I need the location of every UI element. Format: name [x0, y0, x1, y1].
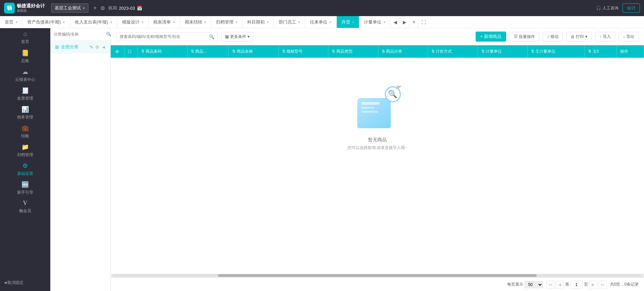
tab-home-close[interactable]: ×: [15, 20, 17, 24]
tab-template[interactable]: 模版设计 ×: [117, 16, 149, 28]
per-page-select[interactable]: 50 100 200: [525, 281, 543, 288]
period-label: 账期: [108, 5, 117, 11]
cancel-fixed-button[interactable]: ◄取消固定: [3, 278, 47, 288]
service-button[interactable]: 🎧 人工咨询: [596, 5, 619, 11]
sidebar-item-guide[interactable]: 🆕 新手引导: [0, 179, 50, 197]
workspace-selector[interactable]: 基层工会测试 ▾: [51, 3, 89, 13]
category-edit-icon[interactable]: ✎: [90, 45, 93, 50]
search-icon[interactable]: 🔍: [209, 34, 214, 39]
sidebar-guide-label: 新手引导: [17, 190, 33, 195]
tab-archive-close[interactable]: ×: [235, 20, 237, 24]
tab-expand-button[interactable]: ⛶: [419, 16, 428, 28]
th-main-unit[interactable]: ⇅ 主计量单位: [528, 45, 585, 58]
top-header: 畅 畅捷通好会计 旗舰版 基层工会测试 ▾ + ⚙ 账期 2023-03 📅 🎧…: [0, 0, 644, 16]
tab-unit-label: 计量单位: [364, 19, 381, 25]
toolbar: 🔍 ▦ 更多条件 ▾ + 新增商品 ☰ 批量操作: [111, 28, 644, 45]
tab-tax[interactable]: 税表清单 ×: [149, 16, 180, 28]
last-page-button[interactable]: ⏭: [599, 281, 607, 289]
period-info: 账期 2023-03 📅: [108, 5, 143, 11]
guide-icon: 🆕: [21, 181, 29, 188]
sidebar-item-member[interactable]: V 畅会员: [0, 197, 50, 216]
tab-subject-init[interactable]: 科目期初 ×: [243, 16, 274, 28]
import-button[interactable]: ↑ 导入: [595, 32, 615, 42]
th-spec[interactable]: ⇅ 规格型号: [278, 45, 328, 58]
more-conditions-button[interactable]: ▦ 更多条件 ▾: [221, 32, 253, 42]
tab-dept-staff-close[interactable]: ×: [298, 20, 300, 24]
add-workspace-button[interactable]: +: [93, 5, 97, 12]
next-page-button[interactable]: ▶: [589, 281, 597, 289]
th-name-label: ⇅ 商品名称: [232, 49, 253, 54]
tab-dept-staff[interactable]: 部门员工 ×: [274, 16, 305, 28]
sidebar-item-archive[interactable]: 📁 归档管理: [0, 141, 50, 160]
tab-period-end-close[interactable]: ×: [204, 20, 206, 24]
tab-income[interactable]: 收入支出表(年报) ×: [70, 16, 117, 28]
empty-row: 🔍: [111, 58, 644, 178]
tab-inventory[interactable]: 存货 ×: [337, 16, 359, 28]
tab-subject-init-close[interactable]: ×: [267, 20, 269, 24]
th-barcode[interactable]: ⇅ 商品条码: [138, 45, 187, 58]
tab-income-close[interactable]: ×: [110, 20, 112, 24]
tab-unit[interactable]: 计量单位 ×: [359, 16, 390, 28]
tab-inventory-close[interactable]: ×: [352, 20, 354, 24]
sidebar-ledger-label: 总账: [21, 58, 29, 64]
th-main-unit-label: ⇅ 主计量单位: [531, 49, 555, 54]
tab-unit-close[interactable]: ×: [383, 20, 385, 24]
ledger-icon: 📒: [21, 49, 29, 57]
scrollbar-thumb[interactable]: [218, 274, 536, 277]
print-button[interactable]: 🖨 打印 ▾: [566, 32, 592, 42]
tab-next-button[interactable]: ▶: [400, 16, 410, 28]
category-all-item[interactable]: ⊞ 全部分类 ✎ ⚙ ◄: [50, 41, 110, 53]
add-product-label: + 新增商品: [480, 34, 501, 40]
export-button[interactable]: ↓ 导出: [619, 32, 639, 42]
th-type[interactable]: ⇅ 商品类型: [328, 45, 378, 58]
th-settings[interactable]: ⚙: [111, 45, 124, 58]
tab-home[interactable]: 首页 ×: [0, 16, 22, 28]
th-name[interactable]: ⇅ 商品名称: [229, 45, 278, 58]
tab-period-end[interactable]: 期末结转 ×: [180, 16, 211, 28]
tab-partner-close[interactable]: ×: [329, 20, 331, 24]
move-button[interactable]: ↕ 移动: [543, 32, 563, 42]
table-container[interactable]: ⚙ ☐ ⇅ 商品条码 ⇅ 商品... ⇅ 商品名称: [111, 45, 644, 274]
tab-balance-close[interactable]: ×: [63, 20, 65, 24]
kuaiji-button[interactable]: 会计: [623, 3, 640, 13]
filter-icon: ▦: [225, 34, 229, 39]
page-number-input[interactable]: [571, 281, 583, 289]
conditions-arrow-icon: ▾: [248, 34, 250, 39]
print-label: 打印: [576, 34, 584, 40]
tab-prev-button[interactable]: ◀: [391, 16, 400, 28]
horizontal-scrollbar[interactable]: [111, 274, 644, 278]
prev-page-button[interactable]: ◀: [556, 281, 564, 289]
category-search-input[interactable]: [54, 32, 104, 37]
category-settings-icon[interactable]: ⚙: [95, 45, 99, 50]
sidebar-item-tax[interactable]: 📊 税务管理: [0, 103, 50, 122]
calendar-icon[interactable]: 📅: [137, 6, 142, 11]
th-unit[interactable]: ⇅ 计量单位: [478, 45, 527, 58]
tab-balance[interactable]: 资产负债表(中期) ×: [22, 16, 70, 28]
tab-partner[interactable]: 往来单位 ×: [305, 16, 336, 28]
category-grid-icon: ⊞: [55, 44, 59, 50]
product-search-input[interactable]: [120, 34, 207, 39]
sidebar-item-settings[interactable]: ⚙ 基础设置: [0, 160, 50, 179]
workspace-settings-button[interactable]: ⚙: [100, 5, 105, 11]
th-code[interactable]: ⇅ 商品...: [187, 45, 228, 58]
tab-archive[interactable]: 归档管理 ×: [211, 16, 243, 28]
add-product-button[interactable]: + 新增商品: [476, 32, 506, 42]
th-price-method[interactable]: ⇅ 计价方式: [428, 45, 478, 58]
first-page-button[interactable]: ⏮: [546, 281, 554, 289]
print-icon: 🖨: [571, 34, 575, 39]
tab-template-close[interactable]: ×: [142, 20, 144, 24]
th-category[interactable]: ⇅ 商品分类: [378, 45, 428, 58]
sidebar-item-invoice[interactable]: 🧾 发票管理: [0, 85, 50, 103]
category-collapse-icon[interactable]: ◄: [101, 45, 106, 50]
sidebar-item-ledger[interactable]: 📒 总账: [0, 47, 50, 66]
sidebar-item-closing[interactable]: 💼 结账: [0, 122, 50, 141]
sidebar-item-reports[interactable]: ☁ 云报表中心: [0, 66, 50, 85]
th-check[interactable]: ☐: [124, 45, 138, 58]
th-col3[interactable]: ⇅ 主3: [585, 45, 617, 58]
th-spec-label: ⇅ 规格型号: [282, 49, 303, 54]
tab-balance-label: 资产负债表(中期): [27, 19, 61, 25]
batch-operation-button[interactable]: ☰ 批量操作: [509, 32, 539, 42]
sidebar-item-home[interactable]: ⌂ 首页: [0, 28, 50, 47]
tab-close-all-button[interactable]: ×: [410, 16, 419, 28]
tab-tax-close[interactable]: ×: [173, 20, 175, 24]
